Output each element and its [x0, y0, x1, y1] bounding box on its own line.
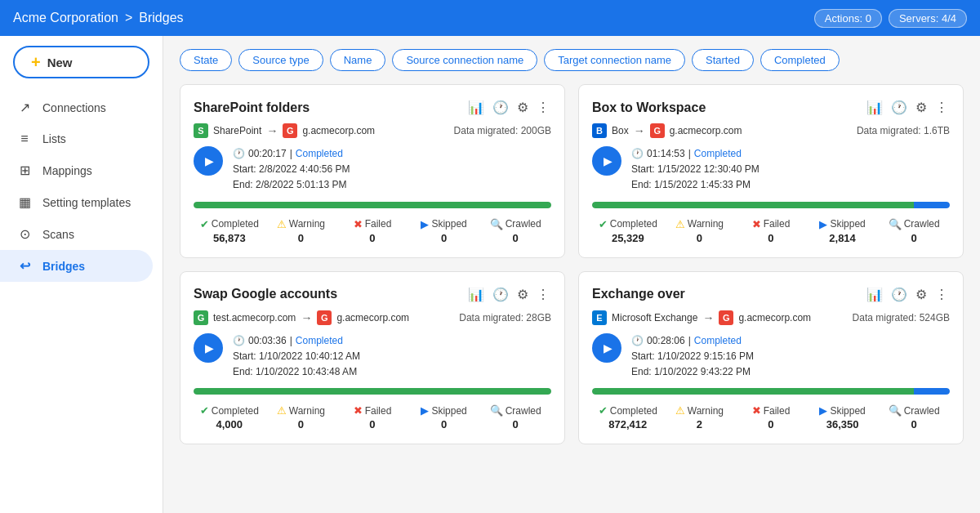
new-button[interactable]: + New — [13, 46, 149, 78]
filter-state[interactable]: State — [180, 49, 232, 71]
crawled-icon: 🔍 — [490, 404, 503, 417]
history-icon[interactable]: 🕐 — [491, 285, 510, 304]
crawled-value: 0 — [911, 232, 917, 244]
arrow-icon: → — [634, 124, 645, 137]
warning-label: Warning — [688, 218, 724, 230]
card-title: Exchange over — [592, 287, 685, 301]
card-timing: 🕐 00:20:17 | Completed Start: 2/8/2022 4… — [194, 146, 551, 194]
end-time: End: 2/8/2022 5:01:13 PM — [233, 177, 350, 193]
start-time: Start: 1/10/2022 9:15:16 PM — [631, 349, 754, 364]
target-name: g.acmecorp.com — [336, 312, 409, 323]
target-icon: G — [283, 123, 297, 138]
skipped-label: Skipped — [830, 405, 865, 417]
warning-value: 0 — [298, 418, 304, 430]
lists-icon: ≡ — [16, 132, 33, 146]
crawled-label: Crawled — [506, 405, 541, 417]
data-migrated: Data migrated: 1.6TB — [857, 125, 950, 136]
sidebar-item-bridges[interactable]: ↩ Bridges — [0, 250, 153, 282]
settings-icon[interactable]: ⚙ — [515, 285, 530, 304]
settings-icon[interactable]: ⚙ — [914, 285, 929, 304]
warning-label: Warning — [289, 405, 325, 417]
settings-icon[interactable]: ⚙ — [515, 98, 530, 117]
filter-source-type[interactable]: Source type — [238, 49, 323, 71]
skipped-icon: ▶ — [819, 218, 827, 230]
progress-fill — [194, 202, 551, 208]
filter-started[interactable]: Started — [692, 49, 754, 71]
filter-completed[interactable]: Completed — [760, 49, 840, 71]
skipped-value: 36,350 — [826, 418, 859, 430]
filter-name[interactable]: Name — [330, 49, 386, 71]
actions-badge[interactable]: Actions: 0 — [814, 9, 882, 28]
progress-fill — [194, 388, 551, 395]
sidebar-item-scans[interactable]: ⊙ Scans — [0, 218, 153, 250]
source-name: SharePoint — [213, 125, 261, 136]
card-actions: 📊 🕐 ⚙ ⋮ — [865, 98, 950, 117]
skipped-value: 0 — [441, 232, 447, 244]
failed-icon: ✖ — [354, 218, 363, 230]
failed-icon: ✖ — [752, 404, 761, 417]
completed-label: Completed — [212, 218, 259, 230]
stat-completed: ✔ Completed 25,329 — [592, 218, 664, 244]
bridge-card-swap-google-accounts: Swap Google accounts 📊 🕐 ⚙ ⋮ G test.acme… — [180, 271, 565, 445]
chart-icon[interactable]: 📊 — [865, 98, 884, 117]
card-source-row: E Microsoft Exchange → G g.acmecorp.com … — [592, 310, 950, 325]
duration: 00:03:36 — [248, 333, 287, 349]
sidebar-item-lists[interactable]: ≡ Lists — [0, 123, 153, 154]
more-icon[interactable]: ⋮ — [535, 98, 551, 117]
more-icon[interactable]: ⋮ — [933, 98, 950, 117]
progress-fill — [592, 388, 950, 395]
stats-row: ✔ Completed 25,329 ⚠ Warning 0 ✖ Failed … — [592, 218, 950, 244]
warning-label: Warning — [289, 218, 325, 230]
breadcrumb-page: Bridges — [139, 11, 183, 25]
card-source-row: G test.acmecorp.com → G g.acmecorp.com D… — [194, 310, 551, 325]
timing-duration: 🕐 00:20:17 | Completed — [233, 146, 350, 162]
sidebar-item-lists-label: Lists — [42, 132, 66, 145]
content-area: State Source type Name Source connection… — [163, 36, 980, 513]
history-icon[interactable]: 🕐 — [889, 285, 909, 304]
sidebar-item-setting-templates[interactable]: ▦ Setting templates — [0, 186, 153, 218]
status-text: Completed — [694, 146, 742, 162]
play-button[interactable] — [592, 146, 621, 176]
target-icon: G — [719, 310, 733, 325]
failed-label: Failed — [365, 405, 392, 417]
warning-value: 0 — [298, 232, 304, 244]
history-icon[interactable]: 🕐 — [491, 98, 510, 117]
sidebar-item-connections[interactable]: ↗ Connections — [0, 91, 153, 123]
crawled-label: Crawled — [904, 218, 940, 230]
stat-failed: ✖ Failed 0 — [735, 218, 807, 244]
warning-value: 0 — [697, 232, 702, 244]
chart-icon[interactable]: 📊 — [466, 285, 486, 304]
clock-icon: 🕐 — [631, 333, 644, 349]
chart-icon[interactable]: 📊 — [466, 98, 486, 117]
play-button[interactable] — [194, 146, 223, 176]
pipe: | — [688, 333, 691, 349]
stats-row: ✔ Completed 56,873 ⚠ Warning 0 ✖ Failed … — [194, 218, 551, 244]
stat-warning: ⚠ Warning 2 — [664, 404, 736, 430]
stat-skipped: ▶ Skipped 36,350 — [807, 404, 879, 430]
chart-icon[interactable]: 📊 — [865, 285, 884, 304]
filter-source-connection-name[interactable]: Source connection name — [392, 49, 537, 71]
more-icon[interactable]: ⋮ — [535, 285, 551, 304]
settings-icon[interactable]: ⚙ — [914, 98, 929, 117]
play-button[interactable] — [592, 333, 621, 363]
card-actions: 📊 🕐 ⚙ ⋮ — [865, 285, 950, 304]
history-icon[interactable]: 🕐 — [889, 98, 909, 117]
start-time: Start: 2/8/2022 4:40:56 PM — [233, 162, 350, 177]
progress-bar — [194, 202, 551, 208]
filter-target-connection-name[interactable]: Target connection name — [544, 49, 685, 71]
filter-bar: State Source type Name Source connection… — [180, 49, 964, 71]
play-button[interactable] — [194, 333, 223, 363]
servers-badge[interactable]: Servers: 4/4 — [889, 9, 967, 28]
crawled-label: Crawled — [904, 405, 940, 417]
stat-skipped: ▶ Skipped 2,814 — [807, 218, 879, 244]
stat-failed: ✖ Failed 0 — [735, 404, 807, 430]
source-icon: E — [592, 310, 607, 325]
more-icon[interactable]: ⋮ — [933, 285, 950, 304]
warning-icon: ⚠ — [277, 404, 287, 417]
breadcrumb-org: Acme Corporation — [13, 11, 118, 25]
failed-label: Failed — [764, 218, 791, 230]
progress-bar — [194, 388, 551, 395]
sidebar-item-mappings[interactable]: ⊞ Mappings — [0, 154, 153, 186]
crawled-label: Crawled — [506, 218, 541, 230]
card-header: Exchange over 📊 🕐 ⚙ ⋮ — [592, 285, 950, 304]
